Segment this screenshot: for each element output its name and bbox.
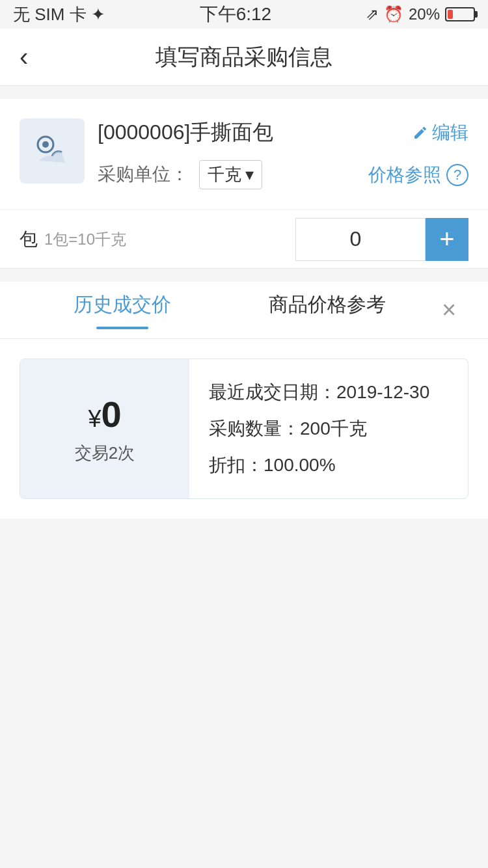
chevron-down-icon: ▾ (245, 165, 254, 185)
quantity-controls: + (295, 218, 468, 261)
unit-conversion: 1包=10千克 (44, 229, 126, 250)
price-ref-label: 价格参照 (368, 163, 441, 187)
tab-header: 历史成交价 商品价格参考 × (0, 282, 488, 339)
product-name: [0000006]手撕面包 (98, 118, 273, 147)
currency-symbol: ¥ (88, 405, 101, 432)
back-button[interactable]: ‹ (20, 42, 59, 72)
quantity-input[interactable] (295, 218, 426, 261)
bottom-area (0, 519, 488, 844)
status-left: 无 SIM 卡 ✦ (13, 3, 105, 26)
sim-label: 无 SIM 卡 ✦ (13, 3, 105, 26)
status-time: 下午6:12 (200, 2, 272, 27)
tab-product-price-ref[interactable]: 商品价格参考 (224, 292, 429, 329)
unit-label: 采购单位： (98, 164, 189, 184)
quantity-value: 200千克 (300, 418, 367, 439)
tab-history-label: 历史成交价 (74, 293, 171, 315)
quantity-plus-button[interactable]: + (426, 218, 468, 261)
history-content: ¥0 交易2次 最近成交日期：2019-12-30 采购数量：200千克 折扣：… (0, 339, 488, 519)
tab-close-button[interactable]: × (429, 291, 468, 330)
battery-icon (445, 7, 475, 21)
status-right: ⇗ ⏰ 20% (366, 5, 475, 23)
product-info: [0000006]手撕面包 编辑 采购单位： 千克 ▾ 价格 (98, 118, 468, 189)
edit-button[interactable]: 编辑 (413, 120, 468, 145)
tab-price-ref-label: 商品价格参考 (269, 293, 386, 315)
unit-name: 包 (20, 227, 38, 252)
discount-value: 100.00% (264, 455, 336, 475)
tab-history-price[interactable]: 历史成交价 (20, 292, 224, 329)
unit-section: 采购单位： 千克 ▾ (98, 160, 262, 189)
discount-label: 折扣： (209, 455, 264, 475)
price-ref-button[interactable]: 价格参照 ? (368, 163, 468, 187)
edit-label[interactable]: 编辑 (432, 120, 468, 145)
tab-section: 历史成交价 商品价格参考 × ¥0 交易2次 最近成交日期：2019-12-30… (0, 282, 488, 519)
quantity-label-text: 采购数量： (209, 418, 300, 439)
recent-date-row: 最近成交日期：2019-12-30 (209, 379, 448, 406)
help-icon: ? (446, 164, 468, 186)
unit-select[interactable]: 千克 ▾ (199, 160, 262, 189)
product-name-row: [0000006]手撕面包 编辑 (98, 118, 468, 147)
history-details: 最近成交日期：2019-12-30 采购数量：200千克 折扣：100.00% (189, 359, 468, 498)
page-title: 填写商品采购信息 (59, 42, 429, 72)
history-price-section: ¥0 交易2次 (20, 359, 189, 498)
quantity-section: 包 1包=10千克 + (0, 210, 488, 269)
unit-value: 千克 (208, 163, 241, 186)
battery-fill (448, 10, 453, 19)
history-card: ¥0 交易2次 最近成交日期：2019-12-30 采购数量：200千克 折扣：… (20, 359, 468, 499)
nav-icon: ⇗ (366, 5, 379, 23)
recent-date-label: 最近成交日期： (209, 382, 336, 402)
product-card: [0000006]手撕面包 编辑 采购单位： 千克 ▾ 价格 (0, 99, 488, 209)
alarm-icon: ⏰ (384, 5, 403, 23)
battery-percent: 20% (409, 5, 440, 23)
quantity-row: 采购数量：200千克 (209, 415, 448, 442)
discount-row: 折扣：100.00% (209, 452, 448, 479)
svg-point-1 (42, 141, 49, 148)
product-header: [0000006]手撕面包 编辑 采购单位： 千克 ▾ 价格 (20, 118, 468, 189)
trade-count: 交易2次 (75, 442, 135, 465)
nav-bar: ‹ 填写商品采购信息 (0, 29, 488, 86)
unit-row: 采购单位： 千克 ▾ 价格参照 ? (98, 160, 468, 189)
status-bar: 无 SIM 卡 ✦ 下午6:12 ⇗ ⏰ 20% (0, 0, 488, 29)
recent-date-value: 2019-12-30 (336, 382, 429, 402)
product-image (20, 118, 85, 183)
history-price-value: ¥0 (88, 393, 121, 435)
